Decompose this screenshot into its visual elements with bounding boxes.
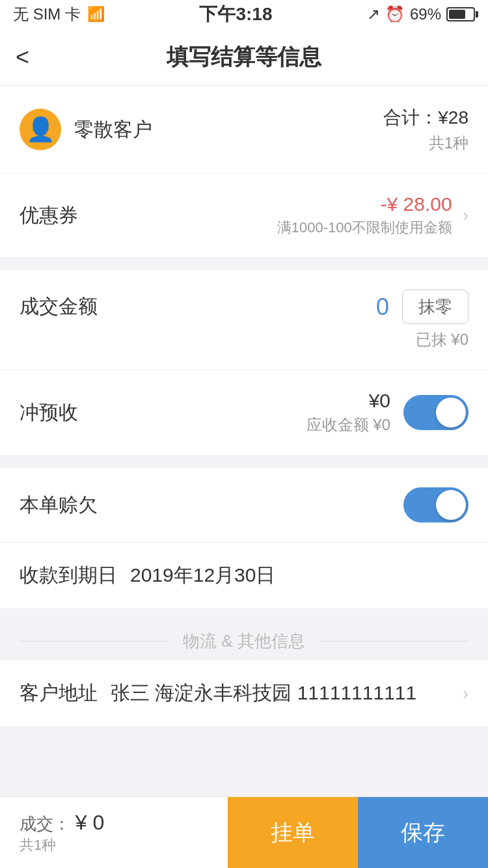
customer-name: 零散客户: [74, 116, 152, 143]
prepay-label: 冲预收: [20, 400, 78, 426]
bottom-deal-count: 共1种: [20, 835, 208, 855]
prepay-amount: ¥0: [306, 390, 390, 412]
customer-row: 👤 零散客户 合计：¥28 共1种: [0, 86, 488, 173]
back-button[interactable]: <: [16, 44, 29, 71]
credit-card: 本单赊欠 收款到期日 2019年12月30日: [0, 468, 488, 608]
round-button[interactable]: 抹零: [402, 290, 468, 324]
status-left: 无 SIM 卡 📶: [13, 4, 105, 25]
coupon-amount: -¥ 28.00: [277, 193, 452, 215]
wifi-icon: 📶: [87, 6, 105, 23]
address-card: 客户地址 张三 海淀永丰科技园 11111111111 ›: [0, 660, 488, 726]
main-content: 👤 零散客户 合计：¥28 共1种 优惠券 -¥ 28.00 满1000-100…: [0, 86, 488, 817]
address-row[interactable]: 客户地址 张三 海淀永丰科技园 11111111111 ›: [0, 660, 488, 726]
location-icon: ↗: [367, 5, 380, 23]
status-right: ↗ ⏰ 69%: [367, 5, 475, 23]
coupon-desc: 满1000-100不限制使用金额: [277, 218, 452, 237]
bottom-deal-line: 成交： ¥ 0: [20, 811, 208, 835]
bottom-bar: 成交： ¥ 0 共1种 挂单 保存: [0, 796, 488, 868]
customer-left: 👤 零散客户: [20, 109, 152, 150]
avatar: 👤: [20, 109, 61, 150]
prepay-section: 冲预收 ¥0 应收金额 ¥0: [0, 370, 488, 455]
deal-amount-section: 成交金额 0 抹零 已抹 ¥0: [0, 270, 488, 370]
carrier-text: 无 SIM 卡: [13, 4, 81, 25]
due-date-row: 收款到期日 2019年12月30日: [0, 542, 488, 608]
alarm-icon: ⏰: [385, 5, 405, 23]
prepay-row: 冲预收 ¥0 应收金额 ¥0: [20, 390, 468, 435]
total-amount: 合计：¥28: [383, 105, 468, 130]
deal-amount-row: 成交金额 0 抹零: [20, 290, 468, 324]
save-button[interactable]: 保存: [358, 797, 488, 869]
due-value: 2019年12月30日: [130, 562, 275, 589]
prepay-toggle[interactable]: [403, 395, 468, 430]
deal-label: 成交金额: [20, 293, 98, 320]
prepay-right: ¥0 应收金额 ¥0: [306, 390, 468, 435]
customer-summary: 合计：¥28 共1种: [383, 105, 468, 154]
hang-button[interactable]: 挂单: [228, 797, 358, 869]
status-time: 下午3:18: [199, 2, 272, 27]
credit-toggle[interactable]: [403, 487, 468, 522]
chevron-right-icon: ›: [463, 205, 468, 226]
prepay-receivable: 应收金额 ¥0: [306, 414, 390, 435]
customer-card: 👤 零散客户 合计：¥28 共1种 优惠券 -¥ 28.00 满1000-100…: [0, 86, 488, 257]
deal-amount-card: 成交金额 0 抹零 已抹 ¥0 冲预收 ¥0 应收金额 ¥0: [0, 270, 488, 455]
avatar-icon: 👤: [26, 116, 55, 143]
bottom-deal-amount: ¥ 0: [75, 811, 104, 834]
due-label: 收款到期日: [20, 562, 117, 589]
total-count: 共1种: [383, 133, 468, 154]
battery-percent: 69%: [410, 5, 441, 23]
nav-bar: < 填写结算等信息: [0, 29, 488, 86]
coupon-value: -¥ 28.00 满1000-100不限制使用金额: [277, 193, 452, 237]
coupon-right: -¥ 28.00 满1000-100不限制使用金额 ›: [277, 193, 468, 237]
logistics-label: 物流 & 其他信息: [170, 630, 318, 653]
address-label: 客户地址: [20, 680, 98, 707]
address-value: 张三 海淀永丰科技园 11111111111: [111, 680, 463, 707]
toggle-knob: [436, 398, 466, 427]
coupon-row[interactable]: 优惠券 -¥ 28.00 满1000-100不限制使用金额 ›: [0, 173, 488, 257]
bottom-summary: 成交： ¥ 0 共1种: [0, 811, 228, 855]
battery-icon: [446, 7, 475, 21]
bottom-deal-label: 成交：: [20, 814, 70, 834]
address-chevron-icon: ›: [463, 683, 468, 704]
battery-fill: [449, 10, 465, 19]
status-bar: 无 SIM 卡 📶 下午3:18 ↗ ⏰ 69%: [0, 0, 488, 29]
coupon-label: 优惠券: [20, 202, 78, 229]
deal-right: 0 抹零: [363, 290, 468, 324]
credit-label: 本单赊欠: [20, 492, 98, 519]
logistics-separator: 物流 & 其他信息: [0, 621, 488, 660]
deducted-row: 已抹 ¥0: [20, 329, 468, 350]
credit-row: 本单赊欠: [0, 468, 488, 542]
credit-toggle-knob: [436, 490, 466, 520]
prepay-value-block: ¥0 应收金额 ¥0: [306, 390, 390, 435]
deal-value: 0: [363, 293, 389, 321]
page-title: 填写结算等信息: [167, 42, 321, 72]
